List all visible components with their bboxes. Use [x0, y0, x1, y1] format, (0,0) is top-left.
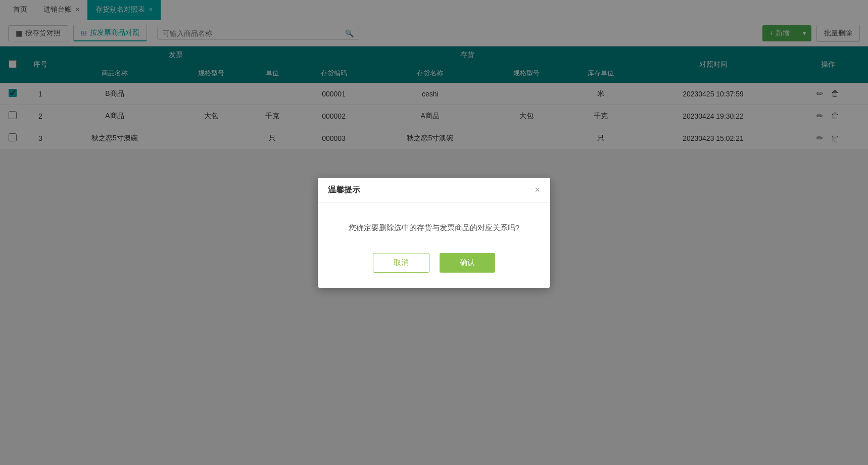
modal-overlay: 温馨提示 × 您确定要删除选中的存货与发票商品的对应关系吗? 取消 确认: [0, 0, 868, 149]
